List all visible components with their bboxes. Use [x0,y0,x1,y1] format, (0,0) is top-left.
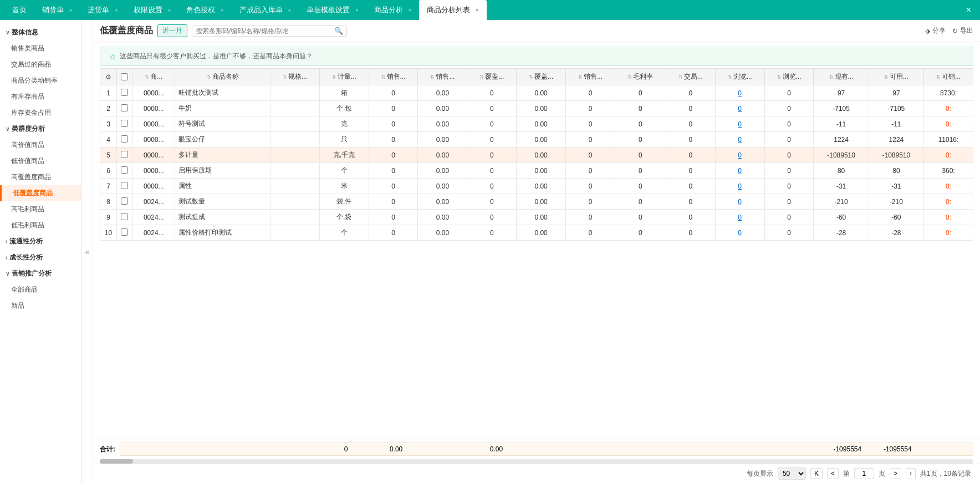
col-name[interactable]: ⇅商品名称 [175,69,270,85]
sidebar-item-high-coverage[interactable]: 高覆盖度商品 [0,169,81,185]
close-analysis-list[interactable]: × [476,7,479,13]
row-sales-amount: 0.00 [418,132,467,148]
col-trade[interactable]: ⇅交易... [666,69,715,85]
row-checkbox[interactable] [121,166,128,174]
sidebar-section-marketing[interactable]: ∨ 营销推广分析 [0,266,81,282]
page-input[interactable] [854,468,874,479]
col-coverage2[interactable]: ⇅覆盖... [517,69,566,85]
window-close-btn[interactable]: × [962,5,976,15]
row-checkbox[interactable] [121,135,128,143]
col-sales-count[interactable]: ⇅销售... [369,69,418,85]
sidebar-item-new-goods[interactable]: 新品 [0,298,81,314]
nav-item-purchase[interactable]: 进货单 × [80,0,125,20]
sidebar-section-growth[interactable]: › 成长性分析 [0,250,81,266]
nav-item-perms[interactable]: 权限设置 × [126,0,178,20]
nav-item-roles[interactable]: 角色授权 × [178,0,231,20]
close-perms[interactable]: × [168,7,171,13]
table-wrapper[interactable]: ⚙ ⇅商... ⇅商品名称 ⇅规格... ⇅计量... ⇅销售... ⇅销售..… [93,68,980,439]
col-browse1[interactable]: ⇅浏览... [715,69,764,85]
close-purchase[interactable]: × [115,7,118,13]
col-current-stock[interactable]: ⇅现有... [814,69,869,85]
nav-item-analysis[interactable]: 商品分析 × [366,0,419,20]
sidebar-section-cluster[interactable]: ∨ 类群度分析 [0,121,81,137]
row-checkbox[interactable] [121,213,128,220]
row-checkbox[interactable] [121,151,128,158]
close-sales[interactable]: × [69,7,73,13]
close-roles[interactable]: × [221,7,224,13]
row-saleable: 11016: [924,132,973,148]
nav-item-template[interactable]: 单据模板设置 × [299,0,366,20]
nav-item-analysis-list[interactable]: 商品分析列表 × [419,0,486,20]
sidebar-item-low-value[interactable]: 低价值商品 [0,153,81,169]
sidebar-section-flow[interactable]: › 流通性分析 [0,233,81,250]
row-checkbox[interactable] [121,197,128,205]
row-browse1[interactable]: 0 [715,132,764,148]
row-browse1[interactable]: 0 [715,210,764,225]
col-unit[interactable]: ⇅计量... [319,69,369,85]
row-checkbox[interactable] [121,120,128,127]
export-btn[interactable]: ↻ 导出 [952,26,973,35]
close-product[interactable]: × [288,7,292,13]
select-all-checkbox[interactable] [121,73,128,80]
row-trade: 0 [666,148,715,163]
row-browse1[interactable]: 0 [715,85,764,101]
sidebar-item-high-margin[interactable]: 高毛利商品 [0,201,81,217]
sidebar-item-low-margin[interactable]: 低毛利商品 [0,217,81,233]
sidebar-item-stock-capital[interactable]: 库存资金占用 [0,105,81,121]
close-template[interactable]: × [355,7,359,13]
sidebar-item-all-goods[interactable]: 全部商品 [0,282,81,298]
row-browse1[interactable]: 0 [715,101,764,116]
col-checkbox[interactable] [117,69,132,85]
sidebar-item-traded-goods[interactable]: 交易过的商品 [0,57,81,73]
col-browse2[interactable]: ⇅浏览... [764,69,814,85]
first-page-btn[interactable]: K [810,468,823,479]
search-input[interactable] [196,27,334,35]
search-icon[interactable]: 🔍 [334,27,343,35]
col-code[interactable]: ⇅商... [132,69,175,85]
nav-item-product[interactable]: 产成品入库单 × [232,0,299,20]
row-checkbox[interactable] [121,228,128,236]
col-available[interactable]: ⇅可用... [869,69,923,85]
sidebar-item-stock-goods[interactable]: 有库存商品 [0,89,81,105]
row-sales3: 0 [566,210,615,225]
share-btn[interactable]: ⬗ 分享 [925,26,946,35]
row-code: 0024... [132,210,175,225]
date-filter-btn[interactable]: 近一月 [157,24,187,37]
row-browse1[interactable]: 0 [715,194,764,210]
col-sales-amount[interactable]: ⇅销售... [418,69,467,85]
row-checkbox[interactable] [121,182,128,189]
row-no: 6 [100,163,117,179]
row-browse1[interactable]: 0 [715,116,764,132]
row-browse1[interactable]: 0 [715,148,764,163]
settings-icon[interactable]: ⚙ [105,73,111,81]
sidebar-item-high-value[interactable]: 高价值商品 [0,137,81,153]
row-browse1[interactable]: 0 [715,225,764,241]
sidebar-item-low-coverage[interactable]: 低覆盖度商品 [0,185,81,201]
sidebar-item-category-rate[interactable]: 商品分类动销率 [0,73,81,89]
last-page-btn[interactable]: › [906,468,916,479]
col-sales3[interactable]: ⇅销售... [566,69,615,85]
sidebar-section-overall[interactable]: ∨ 整体信息 [0,24,81,40]
close-analysis[interactable]: × [408,7,411,13]
nav-item-home[interactable]: 首页 [4,0,34,20]
sidebar-item-sales-goods[interactable]: 销售类商品 [0,40,81,57]
sidebar-collapse-btn[interactable]: « [82,20,93,483]
col-settings[interactable]: ⚙ [100,69,117,85]
per-page-select[interactable]: 50 20 100 [778,467,806,480]
col-gross-margin[interactable]: ⇅毛利率 [615,69,666,85]
row-sales-count: 0 [369,132,418,148]
col-saleable[interactable]: ⇅可销... [924,69,973,85]
row-browse1[interactable]: 0 [715,163,764,179]
col-spec[interactable]: ⇅规格... [270,69,319,85]
row-browse1[interactable]: 0 [715,179,764,194]
row-unit: 克,千克 [319,148,369,163]
col-coverage1[interactable]: ⇅覆盖... [467,69,517,85]
row-checkbox[interactable] [121,89,128,96]
next-page-btn[interactable]: > [890,468,901,479]
page-label: 第 [843,469,850,479]
scroll-bar[interactable] [100,459,973,464]
prev-page-btn[interactable]: < [827,468,839,479]
row-checkbox[interactable] [121,104,128,111]
nav-item-sales[interactable]: 销货单 × [34,0,80,20]
row-sales3: 0 [566,194,615,210]
